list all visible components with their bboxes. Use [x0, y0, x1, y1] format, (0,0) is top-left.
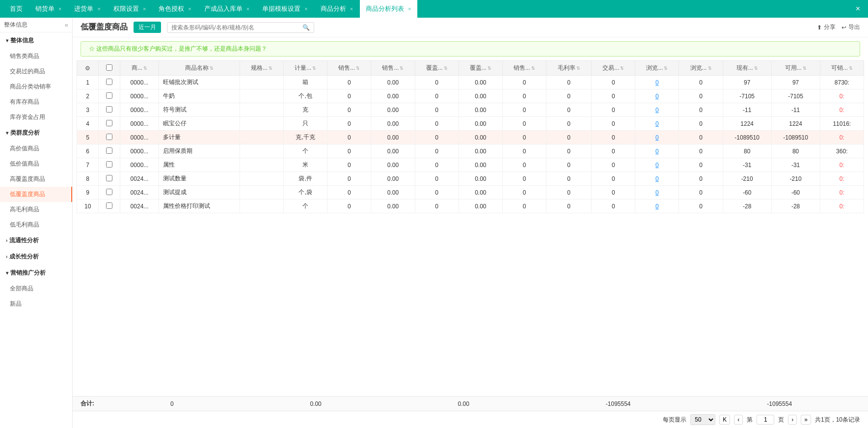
row-checkbox[interactable] [99, 89, 120, 103]
row-checkbox[interactable] [99, 158, 120, 172]
nav-close-permissions[interactable]: × [143, 6, 146, 12]
available-col-header[interactable]: 可用...⇅ [771, 61, 820, 76]
nav-close-analysis-list[interactable]: × [408, 6, 411, 12]
export-button[interactable]: ↩ 导出 [841, 23, 860, 31]
nav-close-inbound[interactable]: × [246, 6, 249, 12]
row-unit: 只 [284, 117, 327, 131]
last-page-btn[interactable]: » [801, 415, 811, 425]
sidebar-item-new-products[interactable]: 新品 [0, 296, 72, 312]
nav-close-analysis[interactable]: × [350, 6, 353, 12]
sidebar-item-stock-capital[interactable]: 库存资金占用 [0, 110, 72, 125]
row-checkbox[interactable] [99, 200, 120, 213]
settings-col-header[interactable]: ⚙ [77, 61, 99, 76]
sidebar-item-high-margin[interactable]: 高毛利商品 [0, 202, 72, 217]
table-row: 9 0024... 测试提成 个,袋 0 0.00 0 0.00 0 0 0 0… [77, 186, 864, 200]
page-number-input[interactable] [757, 415, 774, 425]
nav-product-inbound[interactable]: 产成品入库单 × [198, 0, 255, 18]
sidebar-item-low-margin[interactable]: 低毛利商品 [0, 217, 72, 232]
sales-amt-col-header[interactable]: 销售...⇅ [371, 61, 415, 76]
sidebar-item-high-value[interactable]: 高价值商品 [0, 141, 72, 156]
row-sales-qty: 0 [327, 200, 371, 213]
sidebar-section-cluster-header[interactable]: ▾ 类群度分析 [0, 125, 72, 141]
search-icon[interactable]: 🔍 [302, 24, 310, 31]
row-trade: 0 [592, 89, 635, 103]
view2-col-header[interactable]: 浏览...⇅ [679, 61, 723, 76]
row-view1[interactable]: 0 [635, 117, 679, 131]
row-checkbox[interactable] [99, 186, 120, 200]
sidebar-item-low-value[interactable]: 低价值商品 [0, 156, 72, 171]
row-available: -31 [771, 158, 820, 172]
nav-purchase-order[interactable]: 进货单 × [68, 0, 106, 18]
share-button[interactable]: ⬆ 分享 [817, 23, 836, 31]
next-page-btn[interactable]: › [788, 415, 797, 425]
margin-col-header[interactable]: 毛利率⇅ [546, 61, 592, 76]
nav-close-sales[interactable]: × [58, 6, 61, 12]
date-filter-button[interactable]: 近一月 [134, 22, 161, 33]
prev-page-btn[interactable]: ‹ [734, 415, 743, 425]
row-index: 10 [77, 200, 99, 213]
sidebar-section-circulation-header[interactable]: › 流通性分析 [0, 232, 72, 249]
unit-col-header[interactable]: 计量...⇅ [284, 61, 327, 76]
settings-icon[interactable]: ⚙ [85, 65, 90, 72]
sidebar-item-in-stock[interactable]: 有库存商品 [0, 94, 72, 110]
row-trade: 0 [592, 131, 635, 144]
nav-role-auth[interactable]: 角色授权 × [153, 0, 197, 18]
row-view1[interactable]: 0 [635, 144, 679, 158]
row-view1[interactable]: 0 [635, 200, 679, 213]
row-checkbox[interactable] [99, 172, 120, 186]
sales-qty-col-header[interactable]: 销售...⇅ [327, 61, 371, 76]
sidebar-item-low-coverage[interactable]: 低覆盖度商品 [0, 187, 72, 202]
nav-product-analysis[interactable]: 商品分析 × [315, 0, 359, 18]
sidebar-item-category-rate[interactable]: 商品分类动销率 [0, 79, 72, 94]
row-checkbox[interactable] [99, 144, 120, 158]
nav-sales-order[interactable]: 销货单 × [29, 0, 67, 18]
sidebar-section-growth-header[interactable]: › 成长性分析 [0, 249, 72, 265]
row-view1[interactable]: 0 [635, 76, 679, 89]
name-col-header[interactable]: 商品名称⇅ [159, 61, 240, 76]
sidebar-item-high-coverage[interactable]: 高覆盖度商品 [0, 171, 72, 187]
sellable-col-header[interactable]: 可销...⇅ [820, 61, 864, 76]
table-row: 5 0000... 多计量 克,千克 0 0.00 0 0.00 0 0 0 0… [77, 131, 864, 144]
row-sales-days: 0 [502, 200, 546, 213]
row-view1[interactable]: 0 [635, 89, 679, 103]
row-checkbox[interactable] [99, 131, 120, 144]
trade-col-header[interactable]: 交易...⇅ [592, 61, 635, 76]
nav-product-analysis-list[interactable]: 商品分析列表 × [360, 0, 417, 18]
sidebar-item-traded-products[interactable]: 交易过的商品 [0, 64, 72, 79]
search-input[interactable] [171, 24, 302, 31]
nav-home[interactable]: 首页 [4, 0, 28, 18]
row-checkbox[interactable] [99, 76, 120, 89]
row-checkbox[interactable] [99, 117, 120, 131]
row-view1[interactable]: 0 [635, 158, 679, 172]
sidebar-item-all-products[interactable]: 全部商品 [0, 281, 72, 296]
row-view1[interactable]: 0 [635, 172, 679, 186]
sidebar-collapse-btn[interactable]: « [65, 21, 68, 29]
row-available: -210 [771, 172, 820, 186]
nav-permissions[interactable]: 权限设置 × [108, 0, 152, 18]
nav-close-purchase[interactable]: × [97, 6, 100, 12]
row-view1[interactable]: 0 [635, 103, 679, 117]
per-page-select[interactable]: 50 20 100 [690, 414, 715, 425]
nav-close-template[interactable]: × [304, 6, 307, 12]
window-close-btn[interactable]: × [852, 4, 864, 13]
sidebar-section-marketing-header[interactable]: ▾ 营销推广分析 [0, 265, 72, 281]
sidebar-section-overall-header[interactable]: ▾ 整体信息 [0, 32, 72, 49]
sales-days-col-header[interactable]: 销售...⇅ [502, 61, 546, 76]
first-page-btn[interactable]: K [719, 415, 730, 425]
nav-close-role[interactable]: × [188, 6, 191, 12]
sidebar-item-sales-products[interactable]: 销售类商品 [0, 49, 72, 64]
select-all-checkbox[interactable] [106, 64, 112, 71]
code-col-header[interactable]: 商...⇅ [120, 61, 159, 76]
nav-template-settings[interactable]: 单据模板设置 × [256, 0, 313, 18]
row-view1[interactable]: 0 [635, 131, 679, 144]
view1-col-header[interactable]: 浏览...⇅ [635, 61, 679, 76]
row-unit: 个 [284, 200, 327, 213]
row-sales-days: 0 [502, 76, 546, 89]
row-checkbox[interactable] [99, 103, 120, 117]
spec-col-header[interactable]: 规格...⇅ [240, 61, 283, 76]
cov2-col-header[interactable]: 覆盖...⇅ [459, 61, 502, 76]
current-col-header[interactable]: 现有...⇅ [723, 61, 771, 76]
cov1-col-header[interactable]: 覆盖...⇅ [415, 61, 459, 76]
checkbox-col-header[interactable] [99, 61, 120, 76]
row-view1[interactable]: 0 [635, 186, 679, 200]
